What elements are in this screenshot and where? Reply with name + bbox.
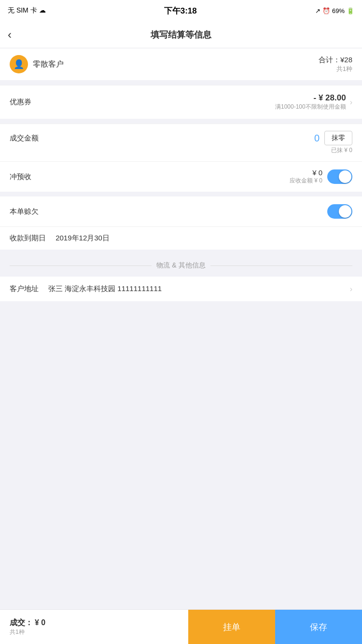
- battery-text: 69%: [332, 7, 345, 14]
- address-value: 张三 海淀永丰科技园 11111111111: [48, 284, 340, 294]
- transaction-section: 成交金额 0 抹零 已抹 ¥ 0 冲预收 ¥ 0 应收金额 ¥ 0: [0, 124, 362, 192]
- customer-summary: 合计：¥28 共1种: [319, 56, 352, 73]
- bottom-deal: 成交： ¥ 0: [10, 618, 179, 628]
- credit-section: 本单赊欠 收款到期日 2019年12月30日: [0, 196, 362, 250]
- logistics-title: 物流 & 其他信息: [156, 261, 205, 270]
- due-row: 收款到期日 2019年12月30日: [0, 226, 362, 250]
- alarm-icon: ⏰: [322, 7, 330, 14]
- avatar-icon: 👤: [14, 59, 24, 70]
- prepaid-right: ¥ 0 应收金额 ¥ 0: [290, 168, 352, 185]
- prepaid-main: ¥ 0: [290, 168, 322, 177]
- logistics-header: 物流 & 其他信息: [0, 254, 362, 277]
- hold-button[interactable]: 挂单: [188, 610, 275, 644]
- credit-toggle-knob: [339, 205, 351, 218]
- status-left: 无 SIM 卡 ☁: [8, 6, 46, 15]
- coupon-value-block: - ¥ 28.00 满1000-100不限制使用金额: [275, 93, 346, 111]
- coupon-chevron: ›: [350, 98, 352, 107]
- prepaid-toggle[interactable]: [327, 169, 352, 184]
- deal-label: 成交：: [10, 618, 33, 627]
- avatar: 👤: [10, 55, 28, 73]
- due-label: 收款到期日: [10, 234, 46, 242]
- customer-name: 零散客户: [33, 59, 64, 70]
- address-label: 客户地址: [10, 284, 39, 294]
- round-button[interactable]: 抹零: [324, 131, 352, 145]
- credit-toggle[interactable]: [327, 204, 352, 219]
- amount-sub: 已抹 ¥ 0: [10, 146, 352, 154]
- address-chevron: ›: [350, 285, 352, 294]
- prepaid-row: 冲预收 ¥ 0 应收金额 ¥ 0: [0, 161, 362, 192]
- toggle-knob: [339, 170, 351, 183]
- nav-bar: ‹ 填写结算等信息: [0, 21, 362, 48]
- total-amount: 合计：¥28: [319, 56, 352, 65]
- coupon-desc: 满1000-100不限制使用金额: [275, 103, 346, 111]
- save-button[interactable]: 保存: [275, 610, 362, 644]
- address-row[interactable]: 客户地址 张三 海淀永丰科技园 11111111111 ›: [0, 277, 362, 301]
- bottom-info: 成交： ¥ 0 共1种: [0, 618, 188, 636]
- bottom-bar: 成交： ¥ 0 共1种 挂单 保存: [0, 609, 362, 644]
- amount-right: 0 抹零: [314, 131, 352, 145]
- amount-row: 成交金额 0 抹零 已抹 ¥ 0: [0, 124, 362, 161]
- customer-row: 👤 零散客户 合计：¥28 共1种: [0, 48, 362, 80]
- back-button[interactable]: ‹: [8, 28, 12, 42]
- prepaid-amounts: ¥ 0 应收金额 ¥ 0: [290, 168, 322, 185]
- content: 👤 零散客户 合计：¥28 共1种 优惠券 - ¥ 28.00 满1000-10…: [0, 48, 362, 345]
- status-time: 下午3:18: [164, 5, 197, 16]
- status-bar: 无 SIM 卡 ☁ 下午3:18 ↗ ⏰ 69% 🔋: [0, 0, 362, 21]
- total-count: 共1种: [319, 65, 352, 73]
- amount-value: 0: [314, 133, 320, 144]
- coupon-row[interactable]: 优惠券 - ¥ 28.00 满1000-100不限制使用金额 ›: [0, 85, 362, 119]
- coupon-amount: - ¥ 28.00: [275, 93, 346, 103]
- bottom-count: 共1种: [10, 628, 179, 636]
- customer-left: 👤 零散客户: [10, 55, 64, 73]
- coupon-label: 优惠券: [10, 98, 31, 107]
- coupon-right: - ¥ 28.00 满1000-100不限制使用金额 ›: [275, 93, 352, 111]
- signal-text: 无 SIM 卡 ☁: [8, 6, 46, 15]
- prepaid-sub: 应收金额 ¥ 0: [290, 177, 322, 185]
- credit-label: 本单赊欠: [10, 207, 39, 216]
- address-section: 客户地址 张三 海淀永丰科技园 11111111111 ›: [0, 277, 362, 301]
- location-icon: ↗: [315, 7, 320, 14]
- deal-amount: ¥ 0: [35, 618, 45, 627]
- prepaid-label: 冲预收: [10, 172, 31, 182]
- status-right: ↗ ⏰ 69% 🔋: [315, 7, 354, 14]
- credit-row: 本单赊欠: [0, 196, 362, 226]
- battery-icon: 🔋: [347, 7, 354, 14]
- coupon-section: 优惠券 - ¥ 28.00 满1000-100不限制使用金额 ›: [0, 85, 362, 119]
- customer-section: 👤 零散客户 合计：¥28 共1种: [0, 48, 362, 80]
- amount-top: 成交金额 0 抹零: [10, 131, 352, 145]
- amount-label: 成交金额: [10, 134, 39, 143]
- due-value: 2019年12月30日: [56, 234, 110, 242]
- page-title: 填写结算等信息: [151, 29, 211, 41]
